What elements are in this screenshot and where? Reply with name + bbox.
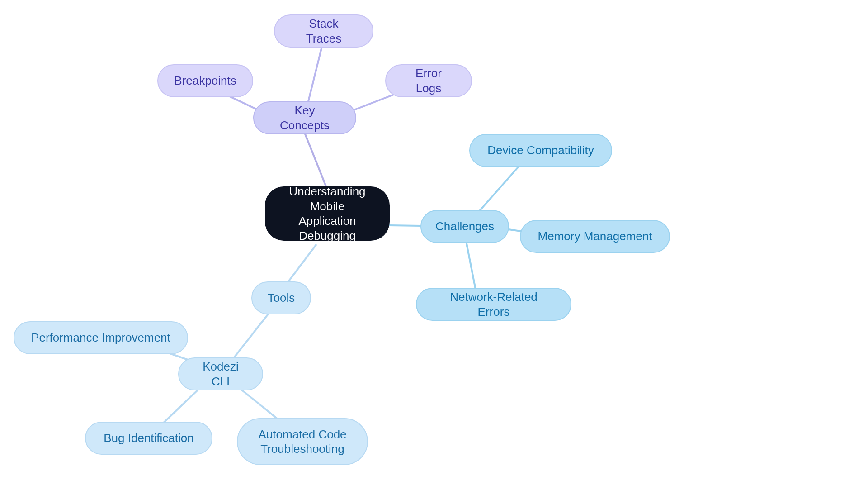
- svg-line-7: [466, 239, 476, 294]
- svg-line-5: [475, 165, 520, 216]
- node-label: Network-Related Errors: [433, 290, 554, 319]
- node-device-compatibility[interactable]: Device Compatibility: [469, 134, 612, 167]
- node-label: Error Logs: [402, 66, 455, 95]
- node-network-errors[interactable]: Network-Related Errors: [416, 288, 571, 321]
- node-stack-traces[interactable]: Stack Traces: [274, 14, 373, 48]
- root-node[interactable]: Understanding Mobile Application Debuggi…: [265, 186, 390, 241]
- node-label: Memory Management: [538, 229, 652, 244]
- node-label: Kodezi CLI: [195, 359, 246, 389]
- node-tools[interactable]: Tools: [251, 281, 311, 314]
- node-kodezi-cli[interactable]: Kodezi CLI: [178, 357, 263, 390]
- node-key-concepts[interactable]: Key Concepts: [253, 101, 356, 134]
- node-label: Device Compatibility: [487, 143, 594, 158]
- root-label: Understanding Mobile Application Debuggi…: [280, 184, 374, 243]
- node-label: Performance Improvement: [31, 330, 170, 345]
- node-label: Automated Code Troubleshooting: [258, 427, 346, 457]
- node-error-logs[interactable]: Error Logs: [385, 64, 472, 97]
- svg-line-2: [307, 47, 322, 105]
- node-memory-management[interactable]: Memory Management: [520, 220, 670, 253]
- node-label: Bug Identification: [104, 431, 193, 446]
- node-breakpoints[interactable]: Breakpoints: [157, 64, 253, 97]
- node-challenges[interactable]: Challenges: [420, 210, 509, 243]
- node-label: Challenges: [435, 219, 494, 234]
- node-label: Tools: [268, 290, 295, 305]
- svg-line-9: [231, 311, 270, 362]
- node-automated-troubleshooting[interactable]: Automated Code Troubleshooting: [237, 418, 368, 465]
- node-performance-improvement[interactable]: Performance Improvement: [14, 321, 188, 354]
- node-label: Breakpoints: [174, 73, 236, 88]
- svg-line-0: [303, 128, 328, 192]
- mindmap-canvas: Understanding Mobile Application Debuggi…: [0, 0, 868, 490]
- svg-line-8: [286, 244, 316, 285]
- node-label: Key Concepts: [270, 103, 339, 133]
- node-label: Stack Traces: [291, 16, 356, 46]
- node-bug-identification[interactable]: Bug Identification: [85, 422, 212, 455]
